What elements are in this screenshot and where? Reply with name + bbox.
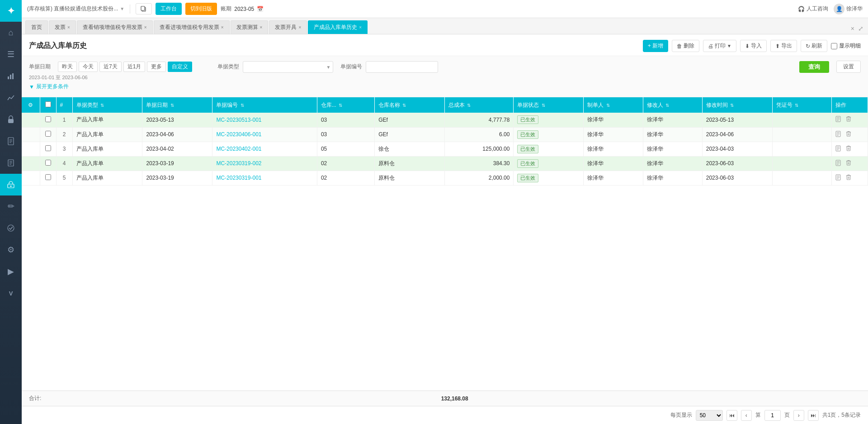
th-creator[interactable]: 制单人 ⇅ [584,97,643,113]
prev-page-btn[interactable]: ‹ [741,410,752,421]
tab-purchase-vat[interactable]: 查看进项增值税专用发票 × [154,20,230,34]
delete-row-icon[interactable] [845,160,852,167]
th-type[interactable]: 单据类型 ⇅ [72,97,142,113]
row-number[interactable]: MC-20230319-002 [212,156,317,171]
sidebar-item-version[interactable]: V [0,282,22,304]
tab-invoice[interactable]: 发票 × [49,20,76,34]
sidebar-item-ledger[interactable] [0,130,22,152]
th-total-cost[interactable]: 总成本 ⇅ [445,97,514,113]
row-number-link[interactable]: MC-20230402-001 [216,146,261,152]
sidebar-item-chart[interactable] [0,65,22,87]
sidebar-item-settings[interactable]: ⚙ [0,239,22,261]
tab-purchase-vat-close-icon[interactable]: × [221,25,224,30]
row-checkbox-cell[interactable] [40,142,56,156]
edit-icon[interactable] [835,160,842,167]
tab-home[interactable]: 首页 [25,20,48,34]
th-modifier[interactable]: 修改人 ⇅ [643,97,702,113]
print-btn[interactable]: 🖨 打印 ▼ [703,40,736,52]
th-status[interactable]: 单据状态 ⇅ [514,97,584,113]
row-number[interactable]: MC-20230406-001 [212,127,317,142]
sidebar-item-video[interactable]: ▶ [0,261,22,282]
edit-icon[interactable] [835,145,842,153]
row-checkbox-cell[interactable] [40,156,56,171]
tab-calc-close-icon[interactable]: × [260,25,263,30]
row-checkbox[interactable] [45,116,51,122]
row-number-link[interactable]: MC-20230406-001 [216,131,261,138]
sidebar-item-lock[interactable] [0,109,22,130]
switch-version-btn[interactable]: 切到旧版 [185,3,217,15]
tab-sales-vat-close-icon[interactable]: × [144,25,147,30]
calendar-icon[interactable]: 📅 [257,6,264,12]
tab-open[interactable]: 发票开具 × [269,20,307,34]
next-page-btn[interactable]: › [793,410,804,421]
tab-history[interactable]: 产成品入库单历史 × [308,20,368,34]
export-btn[interactable]: ⬆ 导出 [770,40,797,52]
yesterday-btn[interactable]: 昨天 [58,62,77,72]
th-warehouse-name[interactable]: 仓库名称 ⇅ [375,97,445,113]
delete-btn[interactable]: 🗑 删除 [672,40,699,52]
edit-icon[interactable] [835,116,842,124]
tab-maximize-icon[interactable]: ⤢ [857,24,864,33]
delete-row-icon[interactable] [845,174,852,182]
row-checkbox[interactable] [45,145,51,151]
sidebar-item-inventory[interactable] [0,174,22,195]
tab-history-close-icon[interactable]: × [359,25,362,30]
select-all-checkbox[interactable] [45,101,51,107]
tab-invoice-close-icon[interactable]: × [67,25,70,30]
workbench-btn[interactable]: 工作台 [156,3,182,15]
delete-row-icon[interactable] [845,116,852,124]
tab-calc[interactable]: 发票测算 × [231,20,269,34]
sidebar-item-stamp[interactable]: ✏ [0,195,22,217]
sidebar-item-home[interactable]: ⌂ [0,22,22,43]
sidebar-item-analytics[interactable] [0,87,22,109]
user-menu[interactable]: 👤 徐泽华 [834,4,863,14]
row-checkbox-cell[interactable] [40,113,56,127]
edit-icon[interactable] [835,174,842,182]
copy-btn[interactable] [136,3,152,14]
display-detail-checkbox[interactable] [831,43,837,49]
query-btn[interactable]: 查询 [799,61,829,73]
number-filter-input[interactable] [366,61,438,73]
import-btn[interactable]: ⬇ 导入 [740,40,767,52]
tab-close-all-icon[interactable]: × [850,24,855,33]
help-btn[interactable]: 🎧 人工咨询 [798,5,828,13]
more-date-btn[interactable]: 更多 [147,62,166,72]
row-number-link[interactable]: MC-20230319-002 [216,160,261,167]
row-checkbox-cell[interactable] [40,171,56,185]
row-number-link[interactable]: MC-20230513-001 [216,117,261,123]
row-number-link[interactable]: MC-20230319-001 [216,175,261,181]
sidebar-item-doc[interactable]: ☰ [0,43,22,65]
row-number[interactable]: MC-20230402-001 [212,142,317,156]
first-page-btn[interactable]: ⏮ [726,410,737,421]
row-checkbox[interactable] [45,160,51,166]
sidebar-item-approval[interactable] [0,217,22,239]
last1month-btn[interactable]: 近1月 [123,62,146,72]
th-settings[interactable]: ⚙ [22,97,40,113]
th-number[interactable]: 单据编号 ⇅ [212,97,317,113]
delete-row-icon[interactable] [845,145,852,153]
type-filter-select[interactable]: 产品入库单 [243,61,333,73]
set-btn[interactable]: 设置 [836,61,861,73]
last7days-btn[interactable]: 近7天 [99,62,122,72]
delete-row-icon[interactable] [845,131,852,138]
tab-open-close-icon[interactable]: × [298,25,301,30]
row-checkbox[interactable] [45,174,51,180]
custom-date-btn[interactable]: 自定义 [168,62,192,72]
th-voucher[interactable]: 凭证号 ⇅ [772,97,831,113]
th-modify-time[interactable]: 修改时间 ⇅ [702,97,772,113]
per-page-select[interactable]: 50 10 20 100 [696,410,723,421]
row-number[interactable]: MC-20230319-001 [212,171,317,185]
today-btn[interactable]: 今天 [79,62,98,72]
last-page-btn[interactable]: ⏭ [808,410,819,421]
new-btn[interactable]: + 新增 [643,40,668,52]
tab-sales-vat[interactable]: 查看销项增值税专用发票 × [77,20,153,34]
th-warehouse-code[interactable]: 仓库... ⇅ [317,97,374,113]
current-page-input[interactable] [764,410,781,421]
row-checkbox-cell[interactable] [40,127,56,142]
th-date[interactable]: 单据日期 ⇅ [142,97,212,113]
th-checkbox[interactable] [40,97,56,113]
row-number[interactable]: MC-20230513-001 [212,113,317,127]
edit-icon[interactable] [835,131,842,138]
refresh-btn[interactable]: ↻ 刷新 [801,40,827,52]
sidebar-item-list[interactable] [0,152,22,174]
